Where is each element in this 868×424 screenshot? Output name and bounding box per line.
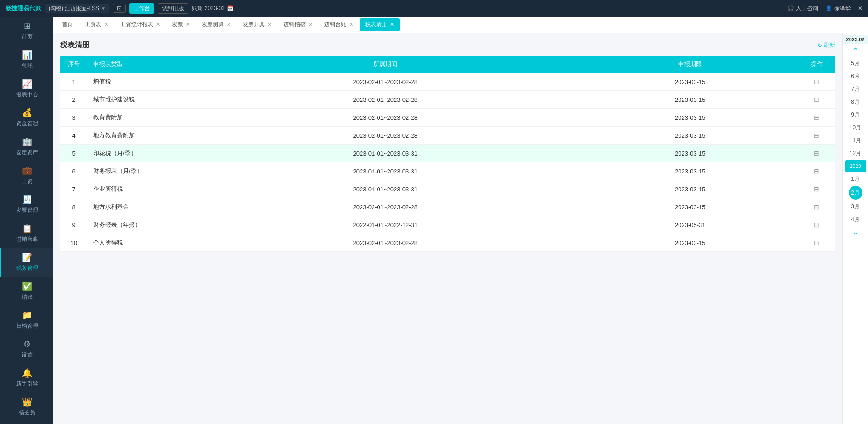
funds-icon: 💰	[22, 108, 32, 118]
cell-period: 2023-02-01~2023-02-28	[189, 198, 582, 216]
scroll-down-icon[interactable]: ⌄	[851, 226, 860, 238]
tab-salary-table-label: 工资表	[85, 21, 101, 28]
ai-consult[interactable]: 🎧 人工咨询	[787, 5, 818, 12]
calendar-month-4[interactable]: 4月	[845, 213, 866, 225]
calendar-month-3[interactable]: 3月	[845, 201, 866, 212]
tax-table: 序号 申报表类型 所属期间 申报期限 操作 1 增值税 2023-02-01~2…	[60, 56, 835, 252]
cell-period: 2023-01-01~2023-03-31	[189, 145, 582, 162]
sidebar-item-guide[interactable]: 🔔 新手引导	[0, 363, 53, 392]
archive-icon: 📁	[22, 310, 32, 320]
tab-close-icon[interactable]: ✕	[267, 22, 272, 28]
cell-type: 财务报表（月/季）	[88, 162, 189, 180]
tab-close-icon[interactable]: ✕	[227, 22, 231, 28]
user-profile[interactable]: 👤 徐泽华	[825, 5, 851, 12]
tab-tax-list[interactable]: 税表清册 ✕	[360, 18, 400, 31]
sidebar-item-tax[interactable]: 📝 税务管理	[0, 248, 53, 277]
tab-invoice-calc[interactable]: 发票测算 ✕	[196, 18, 236, 31]
cell-action: ⊟	[798, 145, 835, 162]
action-detail-icon[interactable]: ⊟	[814, 150, 819, 157]
tab-purchase-check-label: 进销稽核	[284, 21, 306, 28]
calendar-month-5[interactable]: 5月	[845, 57, 866, 69]
sidebar-item-invoice[interactable]: 🧾 发票管理	[0, 190, 53, 219]
calendar-month-2-active[interactable]: 2月	[849, 186, 862, 200]
action-detail-icon[interactable]: ⊟	[814, 132, 819, 139]
tab-invoice[interactable]: 发票 ✕	[167, 18, 195, 31]
sidebar-item-ledger[interactable]: 📊 总账	[0, 45, 53, 74]
sidebar-item-settle[interactable]: ✅ 结账	[0, 277, 53, 306]
table-row: 2 城市维护建设税 2023-02-01~2023-02-28 2023-03-…	[60, 91, 835, 109]
refresh-button[interactable]: ↻ 刷新	[818, 41, 835, 49]
sidebar-item-funds[interactable]: 💰 资金管理	[0, 103, 53, 132]
cell-deadline: 2023-03-15	[582, 198, 799, 216]
action-detail-icon[interactable]: ⊟	[814, 167, 819, 175]
switch-old-button[interactable]: 切到旧版	[158, 3, 188, 14]
calendar-month-7[interactable]: 7月	[845, 83, 866, 95]
tab-close-icon[interactable]: ✕	[390, 22, 394, 28]
action-detail-icon[interactable]: ⊟	[814, 185, 819, 193]
col-no: 序号	[60, 56, 88, 73]
calendar-month-10[interactable]: 10月	[845, 122, 866, 134]
calendar-month-9[interactable]: 9月	[845, 109, 866, 121]
sidebar-item-assets[interactable]: 🏢 固定资产	[0, 132, 53, 161]
tab-invoice-open[interactable]: 发票开具 ✕	[237, 18, 277, 31]
unpin-button[interactable]: ◁ 取消固定	[0, 421, 53, 424]
action-detail-icon[interactable]: ⊟	[814, 221, 819, 229]
cell-no: 3	[60, 109, 88, 127]
tab-close-icon[interactable]: ✕	[104, 22, 108, 28]
sidebar-item-archive[interactable]: 📁 归档管理	[0, 306, 53, 335]
refresh-icon: ↻	[818, 42, 822, 49]
sidebar-item-salary[interactable]: 💼 工资	[0, 161, 53, 190]
tab-close-icon[interactable]: ✕	[308, 22, 312, 28]
calendar-month-11[interactable]: 11月	[845, 134, 866, 146]
sidebar-item-home[interactable]: ⊞ 首页	[0, 17, 53, 45]
sidebar-item-label: 进销台账	[16, 235, 38, 243]
cell-no: 9	[60, 216, 88, 234]
invoice-icon: 🧾	[22, 195, 32, 205]
calendar-panel: 2023.02 ⌃ 5月 6月 7月 8月 9月 10月 11月 12月 202…	[842, 33, 868, 424]
sidebar-item-label: 首页	[22, 33, 33, 41]
copy-btn[interactable]: ⊡	[113, 4, 126, 13]
cell-deadline: 2023-03-15	[582, 180, 799, 198]
action-detail-icon[interactable]: ⊟	[814, 96, 819, 103]
calendar-month-12[interactable]: 12月	[845, 147, 866, 159]
page-main: 税表清册 ↻ 刷新 序号 申报表类型 所属期间 申报期限 操作	[53, 33, 842, 424]
table-header-row: 序号 申报表类型 所属期间 申报期限 操作	[60, 56, 835, 73]
calendar-month-8[interactable]: 8月	[845, 96, 866, 108]
calendar-month-1[interactable]: 1月	[845, 173, 866, 185]
sidebar-item-settings[interactable]: ⚙ 设置	[0, 335, 53, 363]
sidebar-item-report[interactable]: 📈 报表中心	[0, 74, 53, 103]
tab-close-icon[interactable]: ✕	[156, 22, 160, 28]
tab-tax-list-label: 税表清册	[365, 21, 387, 28]
company-selector[interactable]: (勾稽) 江西服宝-LSS ▼	[45, 4, 109, 13]
action-detail-icon[interactable]: ⊟	[814, 78, 819, 85]
tab-home[interactable]: 首页	[56, 18, 78, 31]
tab-salary-table[interactable]: 工资表 ✕	[79, 18, 114, 31]
tab-purchase-ledger-label: 进销台账	[324, 21, 346, 28]
tab-close-icon[interactable]: ✕	[186, 22, 190, 28]
tab-salary-stats[interactable]: 工资统计报表 ✕	[115, 18, 166, 31]
cell-action: ⊟	[798, 91, 835, 109]
sidebar-item-vip[interactable]: 👑 畅会员	[0, 392, 53, 421]
action-detail-icon[interactable]: ⊟	[814, 239, 819, 246]
tab-purchase-check[interactable]: 进销稽核 ✕	[278, 18, 318, 31]
calendar-month-6[interactable]: 6月	[845, 70, 866, 82]
calendar-icon[interactable]: 📅	[227, 5, 234, 11]
sidebar-item-purchase[interactable]: 📋 进销台账	[0, 219, 53, 248]
tab-close-icon[interactable]: ✕	[349, 22, 353, 28]
sidebar-item-label: 总账	[22, 62, 33, 70]
workbench-button[interactable]: 工作台	[129, 3, 154, 14]
page-title: 税表清册	[60, 40, 89, 50]
guide-icon: 🔔	[22, 368, 32, 378]
table-row: 9 财务报表（年报） 2022-01-01~2022-12-31 2023-05…	[60, 216, 835, 234]
cell-action: ⊟	[798, 162, 835, 180]
cell-period: 2023-02-01~2023-02-28	[189, 73, 582, 91]
tab-purchase-ledger[interactable]: 进销台账 ✕	[319, 18, 359, 31]
cell-deadline: 2023-05-31	[582, 216, 799, 234]
company-name: (勾稽) 江西服宝-LSS	[49, 5, 99, 12]
action-detail-icon[interactable]: ⊟	[814, 114, 819, 121]
app-logo: 畅捷通易代账	[6, 4, 41, 12]
scroll-up-icon[interactable]: ⌃	[851, 45, 860, 57]
action-detail-icon[interactable]: ⊟	[814, 203, 819, 211]
assets-icon: 🏢	[22, 137, 32, 147]
close-icon[interactable]: ✕	[858, 5, 862, 11]
